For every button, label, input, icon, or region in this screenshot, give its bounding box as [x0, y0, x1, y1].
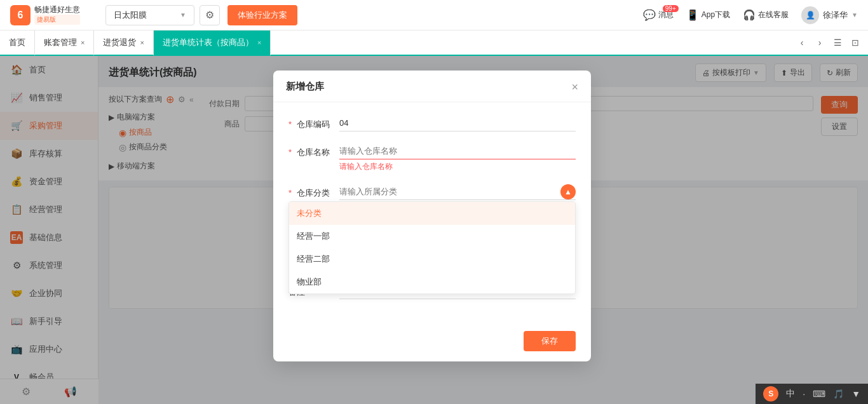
- tab-menu-button[interactable]: ☰: [830, 35, 845, 50]
- music-icon[interactable]: 🎵: [833, 389, 844, 399]
- dropdown-item-unclassified[interactable]: 未分类: [289, 202, 575, 225]
- logo-badge: 捷易版: [34, 15, 80, 25]
- dialog-title: 新增仓库: [286, 81, 324, 93]
- phone-icon: 📱: [686, 9, 699, 21]
- message-item[interactable]: 💬 消息 99+: [643, 9, 674, 21]
- cn-icon[interactable]: 中: [786, 388, 795, 400]
- volume-icon[interactable]: ▼: [851, 389, 860, 399]
- category-toggle-button[interactable]: ▲: [560, 184, 576, 199]
- required-mark-name: *: [288, 147, 292, 157]
- required-mark-cat: *: [288, 188, 292, 198]
- category-label: * 仓库分类: [288, 184, 339, 199]
- category-input[interactable]: [339, 184, 576, 200]
- tab-account[interactable]: 账套管理 ×: [35, 30, 94, 55]
- keyboard-icon[interactable]: ⌨: [813, 389, 825, 399]
- try-btn[interactable]: 体验行业方案: [227, 5, 297, 25]
- code-form-row: * 仓库编码: [288, 115, 576, 131]
- tab-home-label: 首页: [9, 37, 25, 48]
- top-header: 6 畅捷通好生意 捷易版 日太阳膜 ▼ ⚙ 体验行业方案 💬 消息 99+ 📱 …: [0, 0, 868, 30]
- dialog-header: 新增仓库 ×: [273, 71, 591, 102]
- code-input[interactable]: [339, 115, 576, 131]
- name-label-text: 仓库名称: [297, 147, 330, 157]
- tab-purchase-return[interactable]: 进货退货 ×: [94, 30, 153, 55]
- app-label: App下载: [702, 10, 730, 20]
- category-dropdown: 未分类 经营一部 经营二部 物业部: [288, 201, 576, 294]
- dot-icon: ·: [803, 389, 805, 399]
- tab-restore-button[interactable]: ⊡: [848, 35, 863, 50]
- dropdown-item-ops1[interactable]: 经营一部: [289, 225, 575, 248]
- tab-purchase-return-close[interactable]: ×: [140, 39, 144, 46]
- tab-home[interactable]: 首页: [0, 30, 35, 55]
- logo-area: 6 畅捷通好生意 捷易版: [10, 5, 105, 25]
- tab-controls: ‹ › ☰ ⊡: [794, 35, 868, 50]
- message-badge: 99+: [663, 5, 679, 12]
- tab-purchase-stats-close[interactable]: ×: [257, 39, 261, 46]
- name-form-control: 请输入仓库名称: [339, 143, 576, 172]
- name-form-row: * 仓库名称 请输入仓库名称: [288, 143, 576, 172]
- logo-text: 畅捷通好生意: [34, 5, 80, 15]
- tab-account-close[interactable]: ×: [81, 39, 85, 46]
- message-icon: 💬: [643, 9, 656, 21]
- gear-button[interactable]: ⚙: [200, 5, 220, 25]
- category-form-row: * 仓库分类 ▲ 未分类 经营一部 经营二部 物业部: [288, 184, 576, 200]
- tab-next-button[interactable]: ›: [812, 35, 827, 50]
- tab-purchase-stats[interactable]: 进货单统计表（按商品） ×: [154, 30, 271, 55]
- dropdown-item-property[interactable]: 物业部: [289, 271, 575, 293]
- service-item[interactable]: 🎧 在线客服: [743, 9, 789, 21]
- s-logo: S: [763, 386, 778, 401]
- header-right: 💬 消息 99+ 📱 App下载 🎧 在线客服 👤 徐泽华 ▼: [643, 6, 858, 24]
- avatar: 👤: [801, 6, 819, 24]
- chevron-up-icon: ▲: [564, 187, 572, 196]
- code-label: * 仓库编码: [288, 115, 339, 130]
- user-chevron-icon: ▼: [851, 11, 858, 18]
- user-info[interactable]: 👤 徐泽华 ▼: [801, 6, 858, 24]
- category-select-wrapper: ▲: [339, 184, 576, 200]
- dialog-body: * 仓库编码 * 仓库名称 请输入仓库名称 * 仓库分类: [273, 102, 591, 323]
- category-label-text: 仓库分类: [297, 188, 330, 198]
- name-label: * 仓库名称: [288, 143, 339, 158]
- dialog-close-button[interactable]: ×: [571, 81, 578, 93]
- required-mark-code: *: [288, 119, 292, 129]
- save-button[interactable]: 保存: [524, 331, 576, 351]
- chevron-down-icon: ▼: [180, 11, 186, 18]
- dropdown-item-ops2[interactable]: 经营二部: [289, 248, 575, 271]
- new-warehouse-dialog: 新增仓库 × * 仓库编码 * 仓库名称 请输入仓库名称: [273, 71, 591, 361]
- store-name: 日太阳膜: [114, 10, 147, 21]
- logo-icon: 6: [10, 5, 31, 25]
- store-selector[interactable]: 日太阳膜 ▼: [105, 5, 194, 25]
- category-form-control: ▲ 未分类 经营一部 经营二部 物业部: [339, 184, 576, 200]
- code-label-text: 仓库编码: [297, 119, 330, 129]
- app-download-item[interactable]: 📱 App下载: [686, 9, 730, 21]
- name-input[interactable]: [339, 143, 576, 159]
- service-label: 在线客服: [758, 10, 789, 20]
- code-form-control: [339, 115, 576, 131]
- tab-purchase-stats-label: 进货单统计表（按商品）: [163, 37, 254, 48]
- dialog-footer: 保存: [273, 323, 591, 361]
- headset-icon: 🎧: [743, 9, 756, 21]
- tab-prev-button[interactable]: ‹: [794, 35, 810, 50]
- tab-account-label: 账套管理: [44, 37, 77, 48]
- tab-purchase-return-label: 进货退货: [103, 37, 136, 48]
- tab-bar: 首页 账套管理 × 进货退货 × 进货单统计表（按商品） × ‹ › ☰ ⊡: [0, 30, 868, 56]
- screen-footer: S 中 · ⌨ 🎵 ▼: [756, 384, 868, 404]
- username: 徐泽华: [823, 10, 848, 21]
- name-error-msg: 请输入仓库名称: [339, 161, 576, 172]
